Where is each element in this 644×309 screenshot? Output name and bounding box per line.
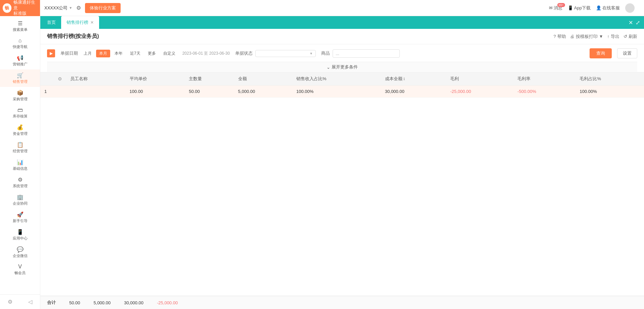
message-badge: 99+: [557, 3, 565, 7]
tab-home[interactable]: 首页: [42, 16, 61, 29]
sidebar-item-search[interactable]: ☰ 搜索菜单: [0, 17, 40, 35]
company-selector[interactable]: XXXXX公司 ▼: [44, 5, 72, 11]
sidebar-icon-operation: 📋: [17, 142, 24, 148]
sidebar-item-operation[interactable]: 📋 经营管理: [0, 139, 40, 156]
footer-cost: 30,000.00: [124, 300, 143, 305]
goods-placeholder: ...: [336, 51, 339, 56]
tabbar: 首页 销售排行榜 ✕ ✕ ⤢: [40, 16, 644, 29]
sidebar-item-base[interactable]: 📊 基础信息: [0, 156, 40, 174]
service-label: 在线客服: [602, 5, 620, 11]
sidebar-label-base: 基础信息: [13, 166, 28, 171]
sidebar-icon-vip: V: [18, 264, 22, 270]
filter-settings-button[interactable]: 设置: [617, 48, 637, 58]
query-button[interactable]: 查询: [590, 48, 612, 58]
message-icon: ✉: [549, 5, 553, 10]
service-icon: 👤: [596, 5, 601, 10]
tab-sales-rank-close-icon[interactable]: ✕: [90, 20, 94, 25]
sidebar-label-search: 搜索菜单: [13, 27, 28, 32]
date-btn-more[interactable]: 更多: [145, 50, 159, 57]
date-btn-7days[interactable]: 近7天: [127, 50, 143, 57]
try-solution-button[interactable]: 体验行业方案: [85, 3, 121, 13]
sidebar-item-marketing[interactable]: 📢 营销推广: [0, 52, 40, 69]
message-button[interactable]: ✉ 消息 99+: [549, 5, 562, 11]
sidebar-item-system[interactable]: ⚙ 系统管理: [0, 174, 40, 191]
sidebar-item-wechat[interactable]: 💬 企业微信: [0, 244, 40, 261]
date-btn-this-year[interactable]: 本年: [112, 50, 126, 57]
sidebar-settings-btn[interactable]: ⚙: [5, 297, 15, 306]
page-title: 销售排行榜(按业务员): [47, 33, 99, 40]
print-arrow-icon: ▼: [599, 34, 603, 39]
status-select[interactable]: ▼: [255, 50, 316, 57]
sidebar-icon-base: 📊: [17, 159, 24, 165]
footer-qty: 50.00: [69, 300, 80, 305]
cell-gross-rate: -500.00%: [513, 86, 575, 98]
goods-filter: 商品 ...: [321, 49, 400, 58]
cell-gross: -25,000.00: [446, 86, 513, 98]
cell-qty: 50.00: [185, 86, 234, 98]
tab-sales-rank[interactable]: 销售排行榜 ✕: [61, 16, 99, 29]
help-button[interactable]: ? 帮助: [553, 34, 566, 40]
table-footer: 合计 50.00 5,000.00 30,000.00 -25,000.00: [40, 296, 644, 309]
sidebar-item-enterprise[interactable]: 🏢 企业协同: [0, 191, 40, 209]
app-download-button[interactable]: 📱 App下载: [568, 5, 591, 11]
cost-info-icon[interactable]: ℹ: [403, 77, 405, 81]
th-gross: 毛利: [446, 72, 513, 86]
sidebar-item-sales[interactable]: 🛒 销售管理: [0, 69, 40, 87]
sidebar-icon-marketing: 📢: [17, 55, 24, 61]
th-seq: [40, 72, 54, 86]
sidebar-icon-sales: 🛒: [17, 72, 24, 79]
table-area: ⚙ 员工名称 平均单价 主数量 全额 销售收入占比% 成本全额 ℹ 毛利 毛利率…: [40, 72, 644, 296]
sidebar-collapse-btn[interactable]: ◁: [26, 297, 35, 306]
sidebar-item-newbie[interactable]: 🚀 新手引导: [0, 209, 40, 226]
logo-icon: 畅: [3, 3, 11, 13]
column-settings-icon[interactable]: ⚙: [58, 76, 62, 82]
sidebar-item-shortcut[interactable]: ⌂ 快捷导航: [0, 35, 40, 52]
template-print-button[interactable]: 🖨 按模板打印 ▼: [570, 34, 603, 40]
topbar-settings-icon[interactable]: ⚙: [75, 3, 82, 12]
topbar-right: ✉ 消息 99+ 📱 App下载 👤 在线客服: [549, 3, 640, 13]
company-arrow-icon: ▼: [69, 6, 72, 10]
refresh-button[interactable]: ↺ 刷新: [624, 34, 637, 40]
th-gross-rate: 毛利率: [513, 72, 575, 86]
sidebar-bottom: ⚙ ◁: [0, 294, 40, 309]
filter-row: ▶ 单据日期 上月 本月 本年 近7天 更多 自定义 2023-06-01 至 …: [47, 48, 637, 62]
sidebar-label-operation: 经营管理: [13, 149, 28, 154]
status-select-arrow-icon: ▼: [309, 52, 313, 55]
sidebar-item-inventory[interactable]: 🗃 库存核算: [0, 104, 40, 121]
app-label: App下载: [574, 5, 591, 11]
sidebar-icon-finance: 💰: [17, 124, 24, 131]
date-btn-this-month[interactable]: 本月: [96, 50, 110, 57]
online-service-button[interactable]: 👤 在线客服: [596, 5, 620, 11]
sidebar-label-marketing: 营销推广: [13, 62, 28, 67]
sidebar-label-inventory: 库存核算: [13, 114, 28, 119]
export-icon: ↑: [607, 34, 610, 39]
sidebar: 畅 畅康通好生意 标准版 ☰ 搜索菜单⌂ 快捷导航📢 营销推广🛒 销售管理📦 采…: [0, 0, 40, 309]
date-btn-last-month[interactable]: 上月: [81, 50, 95, 57]
table-header-row: ⚙ 员工名称 平均单价 主数量 全额 销售收入占比% 成本全额 ℹ 毛利 毛利率…: [40, 72, 644, 86]
help-icon: ?: [553, 34, 556, 39]
sidebar-label-wechat: 企业微信: [13, 253, 28, 258]
tabbar-close-btn[interactable]: ✕: [629, 19, 633, 26]
th-avg-price: 平均单价: [126, 72, 185, 86]
date-filter: 单据日期 上月 本月 本年 近7天 更多 自定义 2023-06-01 至 20…: [60, 50, 230, 57]
refresh-label: 刷新: [629, 34, 637, 40]
tabbar-expand-btn[interactable]: ⤢: [636, 19, 640, 26]
sidebar-item-appstore[interactable]: 📱 应用中心: [0, 226, 40, 244]
export-label: 导出: [611, 34, 619, 40]
goods-input[interactable]: ...: [333, 49, 400, 58]
th-amount: 全额: [234, 72, 292, 86]
user-avatar[interactable]: [625, 3, 635, 13]
page-content: 销售排行榜(按业务员) ? 帮助 🖨 按模板打印 ▼ ↑ 导出 ↺ 刷新: [40, 29, 644, 309]
sidebar-item-purchase[interactable]: 📦 采购管理: [0, 87, 40, 104]
logo-text: 畅康通好生意 标准版: [13, 0, 37, 16]
sidebar-label-sales: 销售管理: [13, 79, 28, 84]
export-button[interactable]: ↑ 导出: [607, 34, 620, 40]
footer-label: 合计: [44, 300, 56, 306]
main-area: XXXXX公司 ▼ ⚙ 体验行业方案 ✉ 消息 99+ 📱 App下载 👤 在线…: [40, 0, 644, 309]
sidebar-item-vip[interactable]: V 畅会员: [0, 261, 40, 278]
expand-more-btn[interactable]: ⌄ 展开更多条件: [47, 62, 637, 72]
sidebar-item-finance[interactable]: 💰 资金管理: [0, 121, 40, 139]
status-filter: 单据状态 ▼: [235, 50, 316, 57]
filter-toggle-btn[interactable]: ▶: [47, 49, 55, 57]
date-btn-custom[interactable]: 自定义: [160, 50, 178, 57]
